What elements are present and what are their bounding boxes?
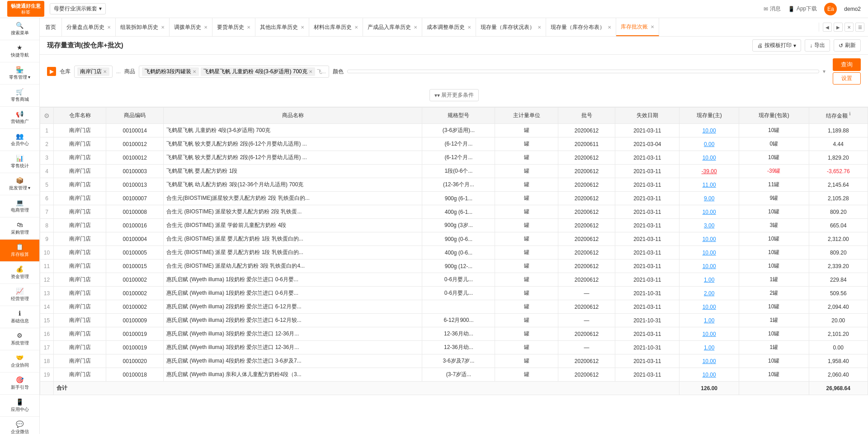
filter-toggle-arrow[interactable]: ▶: [47, 67, 56, 76]
topnav-tab-2[interactable]: 调拨单历史✕: [170, 18, 212, 36]
color-filter[interactable]: [347, 70, 819, 73]
topnav-tab-0[interactable]: 分量盘点单历史✕: [62, 18, 116, 36]
sidebar-item-7[interactable]: 📦批发管理 ▾: [0, 173, 39, 195]
table-row: 4南岸门店00100003飞鹤星飞帆 婴儿配方奶粉 1段1段(0-6个...罐2…: [40, 165, 868, 178]
topnav-tab-7[interactable]: 成本调整单历史✕: [422, 18, 476, 36]
export-button[interactable]: ↓ 导出: [805, 39, 830, 52]
col-header-4: 规格型号: [422, 108, 495, 124]
table-row: 5南岸门店00100013飞鹤星飞帆 幼儿配方奶粉 3段(12-36个月幼儿适用…: [40, 178, 868, 192]
col-header-1: 仓库名称: [54, 108, 106, 124]
col-header-9: 现存量(包装): [739, 108, 809, 124]
col-header-2: 商品编码: [106, 108, 164, 124]
col-header-7: 失效日期: [615, 108, 679, 124]
col-header-6: 批号: [558, 108, 615, 124]
sidebar-item-2[interactable]: 🏪零售管理 ▾: [0, 62, 39, 85]
table-row: 2南岸门店00100012飞鹤星飞帆 较大婴儿配方奶粉 2段(6-12个月婴幼儿…: [40, 137, 868, 151]
topnav-tab-3[interactable]: 要货单历史✕: [212, 18, 255, 36]
warehouse-filter[interactable]: 南岸门店 ✕: [74, 66, 113, 78]
table-row: 9南岸门店00100004合生元 (BIOSTIME) 派星 婴儿配方奶粉 1段…: [40, 232, 868, 246]
warehouse-label: 仓库: [60, 68, 71, 75]
topnav-tab-6[interactable]: 产成品入库单历史✕: [363, 18, 422, 36]
topnav-tab-5[interactable]: 材料出库单历史✕: [309, 18, 363, 36]
user-avatar[interactable]: Ea: [824, 3, 837, 15]
col-header-3: 商品名称: [164, 108, 422, 124]
sidebar: 🔍搜索菜单★快捷导航🏪零售管理 ▾🛒零售商城📢营销推广👥会员中心📊零售统计📦批发…: [0, 18, 40, 434]
filter-ellipsis[interactable]: ...: [116, 68, 121, 75]
topnav-tab-1[interactable]: 组装拆卸单历史✕: [116, 18, 170, 36]
sidebar-item-12[interactable]: 📈经营管理: [0, 284, 39, 306]
col-header-0: ⚙: [40, 108, 54, 124]
sidebar-item-1[interactable]: ★快捷导航: [0, 40, 39, 62]
sidebar-item-9[interactable]: 🛍采购管理: [0, 217, 39, 240]
expand-more-button[interactable]: ▾▾ 展开更多条件: [429, 89, 479, 101]
product-label: 商品: [124, 68, 135, 75]
col-header-5: 主计量单位: [495, 108, 558, 124]
topnav-tab-10[interactable]: 库存批次账✕: [616, 18, 659, 36]
sidebar-item-8[interactable]: 💻电商管理: [0, 195, 39, 217]
app-download-icon[interactable]: 📱 App下载: [788, 5, 817, 13]
sidebar-item-16[interactable]: 🎯新手引导: [0, 373, 39, 395]
app-header: 畅捷通好生意 标签 母婴行业演示账套 ▾ ✉ 消息 📱 App下载 Ea dem…: [0, 0, 868, 18]
sidebar-item-6[interactable]: 📊零售统计: [0, 151, 39, 173]
settings-button[interactable]: 设置: [833, 72, 861, 85]
table-footer-row: 合计 126.00 26,968.64: [40, 382, 868, 395]
app-logo: 畅捷通好生意 标签: [7, 1, 44, 17]
nav-prev[interactable]: ◀: [823, 23, 832, 32]
sidebar-item-4[interactable]: 📢营销推广: [0, 107, 39, 129]
table-row: 16南岸门店00100019惠氏启赋 (Wyeth illuma) 3段奶粉 爱…: [40, 327, 868, 341]
product-filter[interactable]: 飞鹤奶粉3段丙罐装 ✕ 飞鹤星飞帆 儿童奶粉 4段(3-6岁适用) 700克 ✕…: [139, 66, 329, 78]
col-header-8: 现存量(主): [679, 108, 739, 124]
product-tag-1: 飞鹤奶粉3段丙罐装 ✕: [142, 67, 199, 76]
table-row: 3南岸门店00100012飞鹤星飞帆 较大婴儿配方奶粉 2段(6-12个月婴幼儿…: [40, 151, 868, 165]
table-row: 19南岸门店00100018惠氏启赋 (Wyeth illuma) 亲和人体儿童…: [40, 368, 868, 382]
page-header: 现存量查询(按仓库+批次) 🖨 按模板打印 ▾ ↓ 导出 ↺ 刷新: [40, 37, 868, 55]
home-tab[interactable]: 首页: [40, 18, 62, 36]
col-header-10: 结存金额 ℹ: [809, 108, 868, 124]
topnav-tab-4[interactable]: 其他出库单历史✕: [255, 18, 309, 36]
sidebar-item-13[interactable]: ℹ基础信息: [0, 306, 39, 328]
inventory-table: ⚙仓库名称商品编码商品名称规格型号主计量单位批号失效日期现存量(主)现存量(包装…: [40, 107, 868, 395]
sidebar-item-0[interactable]: 🔍搜索菜单: [0, 18, 39, 40]
page-title: 现存量查询(按仓库+批次): [47, 41, 123, 50]
query-button[interactable]: 查询: [833, 58, 861, 71]
sidebar-item-10[interactable]: 📋库存核算: [0, 240, 39, 262]
warehouse-tag: 南岸门店 ✕: [77, 67, 109, 76]
table-row: 13南岸门店00100002惠氏启赋 (Wyeth illuma) 1段奶粉 爱…: [40, 287, 868, 300]
nav-menu[interactable]: ☰: [855, 23, 864, 32]
username[interactable]: demo2: [844, 6, 861, 12]
table-row: 10南岸门店00100005合生元 (BIOSTIME) 派星 婴儿配方奶粉 1…: [40, 246, 868, 259]
table-row: 6南岸门店00100007合生元(BIOSTIME)派星较大婴儿配方奶粉 2段 …: [40, 192, 868, 205]
table-row: 1南岸门店00100014飞鹤星飞帆 儿童奶粉 4段(3-6岁适用) 700克(…: [40, 124, 868, 137]
sidebar-item-14[interactable]: ⚙系统管理: [0, 328, 39, 350]
table-row: 14南岸门店00100002惠氏启赋 (Wyeth illuma) 2段奶粉 爱…: [40, 300, 868, 314]
filter-area: ▶ 仓库 南岸门店 ✕ ... 商品 飞鹤奶粉3段丙罐装: [40, 55, 868, 107]
table-row: 7南岸门店00100008合生元 (BIOSTIME) 派星较大婴儿配方奶粉 2…: [40, 205, 868, 219]
table-row: 8南岸门店00100016合生元 (BIOSTIME) 派星 学龄前儿童配方奶粉…: [40, 219, 868, 232]
message-icon[interactable]: ✉ 消息: [764, 5, 781, 13]
topnav-tab-9[interactable]: 现存量（库存分布表）✕: [546, 18, 616, 36]
product-more-indicator: 飞...: [317, 68, 326, 75]
table-row: 15南岸门店00100009惠氏启赋 (Wyeth illuma) 2段奶粉 爱…: [40, 314, 868, 327]
refresh-button[interactable]: ↺ 刷新: [834, 39, 861, 52]
table-row: 11南岸门店00100015合生元 (BIOSTIME) 派星幼儿配方奶粉 3段…: [40, 259, 868, 273]
print-button[interactable]: 🖨 按模板打印 ▾: [752, 39, 801, 52]
sidebar-item-5[interactable]: 👥会员中心: [0, 129, 39, 151]
table-area: ⚙仓库名称商品编码商品名称规格型号主计量单位批号失效日期现存量(主)现存量(包装…: [40, 107, 868, 434]
topnav-tab-8[interactable]: 现存量（库存状况表）✕: [476, 18, 546, 36]
color-label: 颜色: [333, 68, 344, 75]
sidebar-item-15[interactable]: 🤝企业协同: [0, 350, 39, 373]
product-tag-2: 飞鹤星飞帆 儿童奶粉 4段(3-6岁适用) 700克 ✕: [201, 67, 315, 76]
topnav: 首页 分量盘点单历史✕组装拆卸单历史✕调拨单历史✕要货单历史✕其他出库单历史✕材…: [40, 18, 868, 37]
table-row: 17南岸门店00100019惠氏启赋 (Wyeth illuma) 3段奶粉 爱…: [40, 341, 868, 354]
table-row: 18南岸门店00100020惠氏启赋 (Wyeth illuma) 4段奶粉 爱…: [40, 354, 868, 368]
sidebar-item-11[interactable]: 💰资金管理: [0, 262, 39, 284]
sidebar-item-17[interactable]: 📱应用中心: [0, 395, 39, 417]
sidebar-item-18[interactable]: 💬企业微信: [0, 417, 39, 434]
org-selector[interactable]: 母婴行业演示账套 ▾: [50, 3, 106, 14]
color-filter-arrow[interactable]: ▾: [823, 68, 826, 75]
nav-next[interactable]: ▶: [834, 23, 843, 32]
table-row: 12南岸门店00100002惠氏启赋 (Wyeth illuma) 1段奶粉 爱…: [40, 273, 868, 287]
sidebar-item-3[interactable]: 🛒零售商城: [0, 85, 39, 107]
nav-close[interactable]: ✕: [844, 23, 854, 32]
